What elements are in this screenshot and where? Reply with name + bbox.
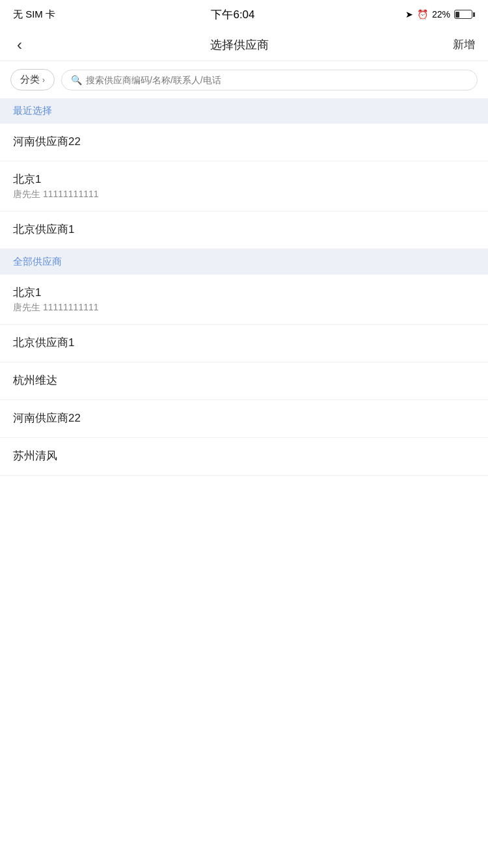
supplier-name: 北京供应商1 [13, 222, 475, 237]
location-icon: ➤ [405, 9, 413, 20]
list-item[interactable]: 河南供应商22 [0, 124, 488, 161]
recent-items-list: 河南供应商22北京1唐先生 11111111111北京供应商1 [0, 124, 488, 249]
list-item[interactable]: 北京供应商1 [0, 211, 488, 249]
supplier-name: 河南供应商22 [13, 134, 475, 149]
nav-bar: ‹ 选择供应商 新增 [0, 29, 488, 61]
supplier-name: 北京供应商1 [13, 335, 475, 350]
list-item[interactable]: 北京1唐先生 11111111111 [0, 161, 488, 211]
supplier-name: 北京1 [13, 285, 475, 300]
add-button[interactable]: 新增 [453, 37, 475, 52]
recent-section-header: 最近选择 [0, 98, 488, 124]
list-item[interactable]: 杭州维达 [0, 362, 488, 400]
status-time: 下午6:04 [211, 7, 254, 22]
no-sim-text: 无 SIM 卡 [13, 8, 55, 21]
status-left: 无 SIM 卡 [13, 8, 61, 21]
chevron-right-icon: › [42, 75, 45, 85]
supplier-name: 河南供应商22 [13, 411, 475, 426]
category-label: 分类 [20, 74, 40, 86]
supplier-name: 杭州维达 [13, 373, 475, 388]
recent-section-label: 最近选择 [13, 105, 52, 116]
status-right: ➤ ⏰ 22% [405, 9, 475, 20]
supplier-detail: 唐先生 11111111111 [13, 189, 475, 200]
filter-bar: 分类 › 🔍 [0, 61, 488, 98]
search-input[interactable] [86, 75, 468, 85]
supplier-name: 北京1 [13, 172, 475, 187]
alarm-icon: ⏰ [417, 9, 428, 20]
page-title: 选择供应商 [210, 37, 269, 53]
all-items-list: 北京1唐先生 11111111111北京供应商1杭州维达河南供应商22苏州清风 [0, 275, 488, 476]
search-bar: 🔍 [61, 70, 478, 90]
list-item[interactable]: 北京供应商1 [0, 325, 488, 362]
status-bar: 无 SIM 卡 下午6:04 ➤ ⏰ 22% [0, 0, 488, 29]
battery-percent: 22% [432, 9, 450, 20]
list-item[interactable]: 北京1唐先生 11111111111 [0, 275, 488, 325]
category-button[interactable]: 分类 › [10, 69, 55, 90]
battery-icon [454, 10, 475, 19]
back-button[interactable]: ‹ [13, 32, 26, 58]
all-section-label: 全部供应商 [13, 256, 62, 267]
search-icon: 🔍 [71, 75, 82, 85]
list-item[interactable]: 河南供应商22 [0, 400, 488, 438]
supplier-name: 苏州清风 [13, 448, 475, 463]
all-section-header: 全部供应商 [0, 249, 488, 275]
list-item[interactable]: 苏州清风 [0, 438, 488, 476]
supplier-detail: 唐先生 11111111111 [13, 302, 475, 314]
